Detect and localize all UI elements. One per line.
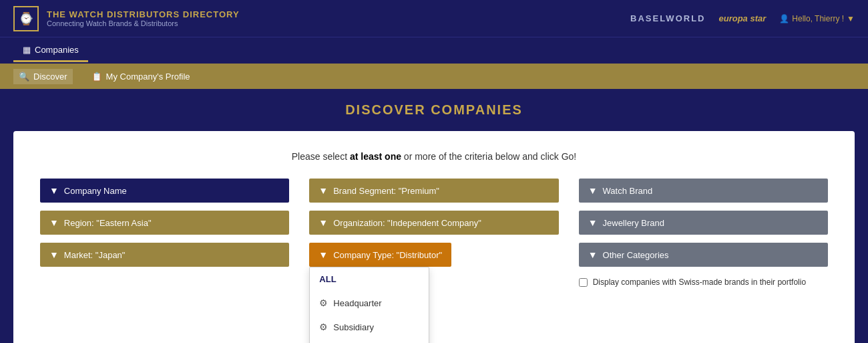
chevron-down-icon: ▼: [847, 14, 855, 23]
filter-icon-7: ▼: [588, 185, 598, 196]
company-name-label: Company Name: [64, 186, 127, 196]
organization-filter[interactable]: ▼ Organization: "Independent Company": [309, 211, 558, 235]
user-menu[interactable]: 👤 Hello, Thierry ! ▼: [779, 14, 855, 23]
discover-panel: Please select at least one or more of th…: [13, 131, 855, 343]
main-content: DISCOVER COMPANIES Please select at leas…: [0, 89, 868, 343]
market-label: Market: "Japan": [64, 250, 126, 260]
logo: ⌚: [13, 6, 39, 31]
filter-col-2: ▼ Brand Segment: "Premium" ▼ Organizatio…: [309, 179, 558, 332]
filters-grid: ▼ Company Name ▼ Region: "Eastern Asia" …: [40, 179, 828, 332]
profile-label: My Company's Profile: [106, 72, 190, 82]
filter-icon-1: ▼: [49, 185, 59, 196]
filter-icon-3: ▼: [49, 249, 59, 260]
brand-segment-label: Brand Segment: "Premium": [333, 186, 439, 196]
logo-icon: ⌚: [19, 11, 33, 26]
header-right: BASELWORLD europa star 👤 Hello, Thierry …: [630, 13, 855, 23]
headquarter-label: Headquarter: [333, 298, 381, 308]
baselworld-logo: BASELWORLD: [630, 13, 705, 23]
brand-segment-filter[interactable]: ▼ Brand Segment: "Premium": [309, 179, 558, 203]
jewellery-brand-label: Jewellery Brand: [603, 218, 665, 228]
dropdown-distributor-option[interactable]: ⚙ Distributor: [310, 339, 429, 343]
dropdown-headquarter-option[interactable]: ⚙ Headquarter: [310, 291, 429, 315]
filter-col-3: ▼ Watch Brand ▼ Jewellery Brand ▼ Other …: [579, 179, 828, 332]
discover-label: Discover: [33, 72, 67, 82]
subsidiary-label: Subsidiary: [333, 322, 374, 332]
app-subtitle: Connecting Watch Brands & Distributors: [47, 19, 630, 27]
company-type-filter[interactable]: ▼ Company Type: "Distributor": [309, 243, 451, 267]
header-title-block: THE WATCH DISTRIBUTORS DIRECTORY Connect…: [47, 9, 630, 27]
region-filter[interactable]: ▼ Region: "Eastern Asia": [40, 211, 289, 235]
swiss-made-checkbox[interactable]: [579, 278, 588, 287]
user-icon: 👤: [779, 14, 789, 23]
discover-nav-item[interactable]: 🔍 Discover: [13, 69, 73, 84]
company-name-filter[interactable]: ▼ Company Name: [40, 179, 289, 203]
company-type-dropdown-container: ▼ Company Type: "Distributor" ALL ⚙ Head…: [309, 243, 558, 267]
primary-nav: ▦ Companies: [0, 37, 868, 64]
panel-instructions: Please select at least one or more of th…: [40, 151, 828, 162]
discover-icon: 🔍: [19, 72, 29, 82]
dropdown-all-option[interactable]: ALL: [310, 267, 429, 291]
filter-icon-8: ▼: [588, 217, 598, 228]
profile-icon: 📋: [91, 72, 102, 82]
company-type-dropdown-menu: ALL ⚙ Headquarter ⚙ Subsidiary ⚙ Distrib…: [309, 267, 429, 343]
gear-icon-2: ⚙: [319, 322, 328, 332]
jewellery-brand-filter[interactable]: ▼ Jewellery Brand: [579, 211, 828, 235]
user-greeting: Hello, Thierry !: [792, 14, 844, 23]
app-title: THE WATCH DISTRIBUTORS DIRECTORY: [47, 9, 630, 19]
companies-tab[interactable]: ▦ Companies: [13, 39, 88, 62]
profile-nav-item[interactable]: 📋 My Company's Profile: [86, 69, 196, 84]
other-categories-label: Other Categories: [603, 250, 669, 260]
filter-icon-9: ▼: [588, 249, 598, 260]
market-filter[interactable]: ▼ Market: "Japan": [40, 243, 289, 267]
secondary-nav: 🔍 Discover 📋 My Company's Profile: [0, 64, 868, 89]
other-categories-filter[interactable]: ▼ Other Categories: [579, 243, 828, 267]
filter-icon-6: ▼: [318, 249, 328, 260]
gear-icon-1: ⚙: [319, 298, 328, 308]
swiss-made-label: Display companies with Swiss-made brands…: [593, 277, 806, 287]
companies-tab-label: Companies: [35, 45, 79, 55]
swiss-made-row: Display companies with Swiss-made brands…: [579, 277, 828, 287]
watch-brand-filter[interactable]: ▼ Watch Brand: [579, 179, 828, 203]
dropdown-subsidiary-option[interactable]: ⚙ Subsidiary: [310, 315, 429, 339]
grid-icon: ▦: [23, 45, 31, 55]
filter-icon-2: ▼: [49, 217, 59, 228]
filter-icon-4: ▼: [318, 185, 328, 196]
organization-label: Organization: "Independent Company": [333, 218, 481, 228]
filter-icon-5: ▼: [318, 217, 328, 228]
europa-star-logo: europa star: [718, 13, 766, 23]
company-type-label: Company Type: "Distributor": [333, 250, 442, 260]
page-title: DISCOVER COMPANIES: [13, 102, 855, 118]
region-label: Region: "Eastern Asia": [64, 218, 152, 228]
header: ⌚ THE WATCH DISTRIBUTORS DIRECTORY Conne…: [0, 0, 868, 37]
watch-brand-label: Watch Brand: [603, 186, 653, 196]
filter-col-1: ▼ Company Name ▼ Region: "Eastern Asia" …: [40, 179, 289, 332]
